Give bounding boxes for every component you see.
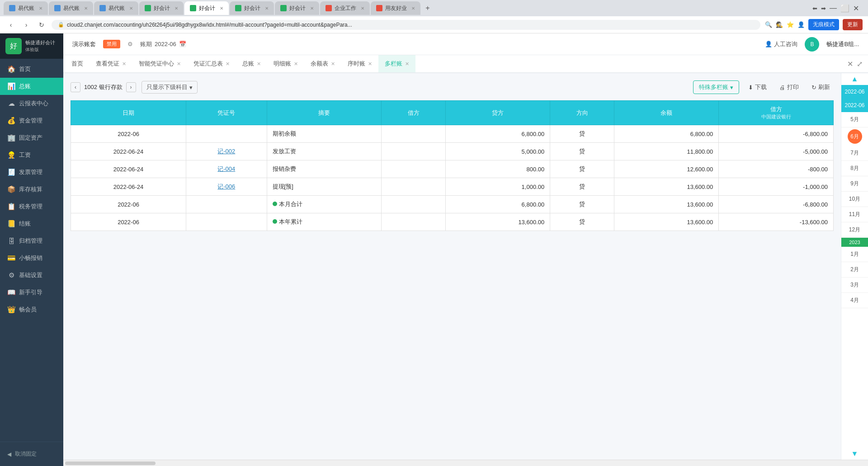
table-cell[interactable]: 记-004 xyxy=(186,160,267,178)
back-button[interactable]: ‹ xyxy=(5,19,16,30)
tab-sequence[interactable]: 序时账 ✕ xyxy=(341,55,378,73)
month-item[interactable]: 4月 xyxy=(841,293,868,308)
month-item[interactable]: 12月 xyxy=(841,222,868,238)
unpin-button[interactable]: ◀ 取消固定 xyxy=(0,446,63,462)
sidebar-item-guide[interactable]: 📖 新手引导 xyxy=(0,284,63,301)
month-item[interactable]: 2月 xyxy=(841,262,868,278)
tab-close-7[interactable]: ✕ xyxy=(310,6,314,11)
browser-tab-1[interactable]: 易代账 ✕ xyxy=(4,1,48,15)
tab-view-voucher[interactable]: 查看凭证 ✕ xyxy=(90,55,132,73)
browser-tab-8[interactable]: 企业工作 ✕ xyxy=(320,1,370,15)
sidebar-item-cloud-report[interactable]: ☁ 云报表中心 xyxy=(0,95,63,112)
month-item[interactable]: 6月 xyxy=(848,129,862,144)
panel-scroll-up[interactable]: ▲ xyxy=(841,73,868,85)
month-item[interactable]: 3月 xyxy=(841,278,868,293)
tab-voucher-close[interactable]: ✕ xyxy=(226,61,230,67)
tabs-expand-icon[interactable]: ⤢ xyxy=(857,60,863,68)
tab-sequence-close[interactable]: ✕ xyxy=(368,61,372,67)
tab-detail-close[interactable]: ✕ xyxy=(294,61,298,67)
sidebar-item-fund[interactable]: 💰 资金管理 xyxy=(0,112,63,129)
settings-gear-icon[interactable]: ⚙ xyxy=(127,41,133,47)
tab-view-close[interactable]: ✕ xyxy=(122,61,126,67)
tab-general-close[interactable]: ✕ xyxy=(257,61,261,67)
browser-tab-7[interactable]: 好会计 ✕ xyxy=(275,1,319,15)
consult-button[interactable]: 👤 人工咨询 xyxy=(765,40,797,48)
tab-multi-column[interactable]: 多栏账 ✕ xyxy=(378,55,415,73)
sidebar-item-invoice[interactable]: 🧾 发票管理 xyxy=(0,164,63,181)
filter-button[interactable]: 只显示下级科目 ▾ xyxy=(142,81,198,94)
print-button[interactable]: 🖨 打印 xyxy=(776,81,802,94)
tab-smart-voucher[interactable]: 智能凭证中心 ✕ xyxy=(132,55,187,73)
horizontal-scrollbar[interactable] xyxy=(63,460,868,466)
sidebar-item-salary[interactable]: 👷 工资 xyxy=(0,146,63,164)
tab-close-8[interactable]: ✕ xyxy=(361,6,364,11)
tab-close-5[interactable]: ✕ xyxy=(220,6,223,11)
browser-tab-2[interactable]: 易代账 ✕ xyxy=(49,1,93,15)
tab-balance[interactable]: 余额表 ✕ xyxy=(304,55,341,73)
tabs-close-icon[interactable]: ✕ xyxy=(847,60,853,68)
tab-close-9[interactable]: ✕ xyxy=(411,6,415,11)
browser-tab-bar[interactable]: 易代账 ✕ 易代账 ✕ 易代账 ✕ 好会计 ✕ 好会计 ✕ 好会计 ✕ 好会计 … xyxy=(0,0,868,16)
month-item[interactable]: 10月 xyxy=(841,192,868,207)
month-item[interactable]: 9月 xyxy=(841,176,868,192)
sidebar-item-settings[interactable]: ⚙ 基础设置 xyxy=(0,267,63,284)
tab-general-ledger[interactable]: 总账 ✕ xyxy=(236,55,267,73)
prev-account-button[interactable]: ‹ xyxy=(71,82,80,92)
incognito-button[interactable]: 无痕模式 xyxy=(808,19,839,30)
tab-home[interactable]: 首页 xyxy=(65,55,90,73)
scroll-thumb[interactable] xyxy=(65,461,156,465)
panel-scroll-down[interactable]: ▼ xyxy=(841,448,868,460)
tab-close-6[interactable]: ✕ xyxy=(265,6,269,11)
tab-detail-ledger[interactable]: 明细账 ✕ xyxy=(267,55,304,73)
sidebar-item-expense[interactable]: 💳 小畅报销 xyxy=(0,249,63,267)
table-cell[interactable]: 记-002 xyxy=(186,143,267,160)
url-bar[interactable]: 🔒 cloud2.chanjet.com/accounting/uh26t264… xyxy=(52,20,760,30)
sidebar-item-archive[interactable]: 🗄 归档管理 xyxy=(0,232,63,249)
refresh-browser-button[interactable]: ↻ xyxy=(36,19,47,30)
next-account-button[interactable]: › xyxy=(126,82,136,92)
profile-icon[interactable]: 👤 xyxy=(797,21,805,28)
close-btn[interactable]: ✕ xyxy=(853,4,859,13)
tab-voucher-summary[interactable]: 凭证汇总表 ✕ xyxy=(187,55,236,73)
tab-close-1[interactable]: ✕ xyxy=(39,6,42,11)
sidebar-item-member[interactable]: 👑 畅会员 xyxy=(0,301,63,318)
month-item[interactable]: 11月 xyxy=(841,207,868,222)
incognito-icon[interactable]: 🕵 xyxy=(776,21,783,28)
month-item[interactable]: 7月 xyxy=(841,146,868,161)
calendar-icon[interactable]: 📅 xyxy=(179,41,186,47)
browser-tab-9[interactable]: 用友好业 ✕ xyxy=(371,1,420,15)
tab-close-3[interactable]: ✕ xyxy=(129,6,133,11)
sidebar-item-general-ledger[interactable]: 📊 总账 xyxy=(0,78,63,95)
tab-nav-left[interactable]: ⬅ xyxy=(812,5,817,12)
browser-tab-3[interactable]: 易代账 ✕ xyxy=(94,1,138,15)
home-icon: 🏠 xyxy=(7,65,15,73)
forward-button[interactable]: › xyxy=(21,19,32,30)
search-icon[interactable]: 🔍 xyxy=(765,21,772,28)
tab-multi-close[interactable]: ✕ xyxy=(405,61,409,67)
sidebar-item-inventory[interactable]: 📦 库存核算 xyxy=(0,181,63,198)
sidebar-item-assets[interactable]: 🏢 固定资产 xyxy=(0,129,63,146)
tab-balance-close[interactable]: ✕ xyxy=(331,61,335,67)
tab-close-4[interactable]: ✕ xyxy=(175,6,178,11)
download-button[interactable]: ⬇ 下载 xyxy=(745,81,770,94)
bookmark-icon[interactable]: ⭐ xyxy=(787,21,794,28)
tab-smart-close[interactable]: ✕ xyxy=(177,61,181,67)
month-item[interactable]: 8月 xyxy=(841,161,868,176)
sidebar-item-close-period[interactable]: 📒 结账 xyxy=(0,215,63,232)
browser-tab-5[interactable]: 好会计 ✕ xyxy=(184,1,229,15)
sidebar-item-tax[interactable]: 📋 税务管理 xyxy=(0,198,63,215)
browser-tab-4[interactable]: 好会计 ✕ xyxy=(139,1,184,15)
month-item[interactable]: 1月 xyxy=(841,247,868,262)
refresh-ledger-button[interactable]: ↻ 刷新 xyxy=(808,81,834,94)
minimize-btn[interactable]: — xyxy=(830,4,837,12)
maximize-btn[interactable]: ⬜ xyxy=(840,4,849,13)
sidebar-item-home[interactable]: 🏠 首页 xyxy=(0,61,63,78)
update-button[interactable]: 更新 xyxy=(843,19,863,30)
month-item[interactable]: 5月 xyxy=(841,112,868,127)
browser-tab-6[interactable]: 好会计 ✕ xyxy=(230,1,274,15)
table-cell[interactable]: 记-006 xyxy=(186,178,267,196)
tab-nav-right[interactable]: ➡ xyxy=(821,5,826,12)
tab-close-2[interactable]: ✕ xyxy=(84,6,88,11)
special-multi-button[interactable]: 特殊多栏账 ▾ xyxy=(693,80,739,94)
new-tab-button[interactable]: + xyxy=(421,2,434,14)
